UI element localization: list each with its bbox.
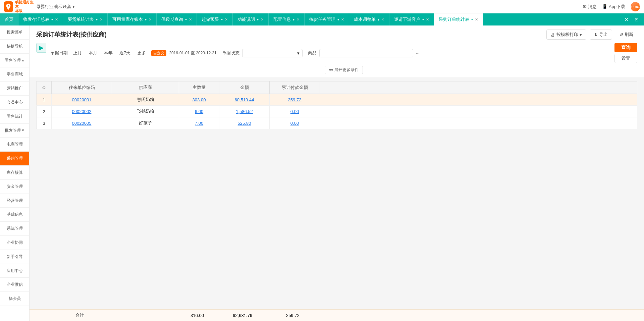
goods-more-icon[interactable]: ··· [416,51,420,56]
row-qty-link[interactable]: 303.00 [193,97,206,102]
tab-arrow-icon: ▾ [145,18,147,21]
tab-close-icon[interactable]: ✕ [261,17,264,22]
message-button[interactable]: ✉ 消息 [583,4,597,10]
sidebar-item-marketing[interactable]: 营销推广 [0,82,29,96]
table-row[interactable]: 3 00020005 好孩子 7.00 525.80 0.00 [37,117,637,129]
sidebar-item-member-center[interactable]: 会员中心 [0,96,29,110]
table-row[interactable]: 1 00020001 惠氏奶粉 303.00 60,519.44 259.72 [37,94,637,106]
sidebar-item-retail-stats[interactable]: 零售统计 [0,110,29,124]
export-button[interactable]: ⬇ 导出 [590,30,612,40]
row-code-link[interactable]: 00020002 [72,109,92,114]
row-paid-link[interactable]: 0.00 [290,121,299,126]
nav-close-button[interactable]: ✕ [622,15,631,24]
tab-close-icon[interactable]: ✕ [341,17,344,22]
row-qty: 303.00 [179,94,219,106]
tab-close-icon[interactable]: ✕ [189,17,192,22]
tab-available-stock[interactable]: 可用量库存账本 ▾ ✕ [108,13,157,25]
sidebar-item-capital-manage[interactable]: 资金管理 [0,180,29,194]
tab-close-icon[interactable]: ✕ [426,17,429,22]
tab-close-icon[interactable]: ✕ [55,17,58,22]
sidebar-item-wholesale-manage[interactable]: 批发管理 ▼ [0,124,29,138]
page-title: 采购订单统计表(按供应商) [36,31,107,39]
tab-collect-pay[interactable]: 收发存汇总表 ▾ ✕ [18,13,63,25]
shortcut-prev-month[interactable]: 上月 [70,49,85,57]
sidebar-item-purchase-manage[interactable]: 采购管理 [0,152,29,166]
settings-button[interactable]: 设置 [614,54,637,63]
sidebar-item-ecommerce[interactable]: 电商管理 [0,138,29,152]
sidebar-label: 资金管理 [1,184,28,190]
shortcut-7-days[interactable]: 近7天 [117,49,133,57]
shortcut-this-year[interactable]: 本年 [101,49,115,57]
nav-expand-button[interactable]: ⊡ [632,15,641,24]
tab-close-icon[interactable]: ✕ [381,17,384,22]
row-actions [320,106,637,117]
row-qty-link[interactable]: 6.00 [195,109,203,114]
tab-stow-task[interactable]: 拣货任务管理 ▾ ✕ [305,13,349,25]
app-download-button[interactable]: 📱 App下载 [602,4,625,10]
row-num: 3 [37,117,52,129]
refresh-button[interactable]: ↺ 刷新 [615,30,637,39]
query-button[interactable]: 查询 [614,43,637,52]
row-paid-link[interactable]: 259.72 [288,97,302,102]
tab-close-icon[interactable]: ✕ [225,17,228,22]
sidebar-item-search[interactable]: 搜索菜单 [0,25,29,40]
row-amount-link[interactable]: 525.80 [238,121,251,126]
tab-overstock[interactable]: 超储预警 ▾ ✕ [197,13,233,25]
sidebar-item-retail-mall[interactable]: 零售商城 [0,67,29,82]
tab-close-icon[interactable]: ✕ [149,17,152,22]
status-select[interactable]: ▾ [242,49,303,57]
tab-warranty[interactable]: 保质期查询 ▾ ✕ [157,13,197,25]
tab-close-icon[interactable]: ✕ [100,17,103,22]
sidebar-item-stock-check[interactable]: 库存核算 [0,166,29,180]
workspace-chevron-icon: ▾ [72,4,75,9]
sidebar-item-operation-manage[interactable]: 经营管理 [0,194,29,208]
row-amount-link[interactable]: 1,586.52 [236,109,253,114]
expand-more-button[interactable]: ▾▾ 展开更多条件 [325,66,363,74]
logo-icon [4,1,13,12]
row-code-link[interactable]: 00020005 [72,121,92,126]
table-row[interactable]: 2 00020002 飞鹤奶粉 6.00 1,586.52 0.00 [37,106,637,117]
tab-cost-adjust[interactable]: 成本调整单 ▾ ✕ [349,13,389,25]
tab-config-info[interactable]: 配置信息 ▾ ✕ [269,13,305,25]
refresh-icon: ↺ [620,32,623,37]
sidebar-label: 会员中心 [1,100,28,105]
shortcut-this-month[interactable]: 本月 [86,49,100,57]
row-paid: 0.00 [270,106,320,117]
tab-close-icon[interactable]: ✕ [475,17,478,22]
row-paid-link[interactable]: 0.00 [290,109,299,114]
row-amount-link[interactable]: 60,519.44 [235,97,254,102]
sidebar-item-new-guide[interactable]: 新手引导 [0,250,29,264]
sidebar-arrow-icon: ▲ [21,58,25,63]
sidebar-item-quick-nav[interactable]: 快捷导航 [0,40,29,54]
column-settings-icon[interactable]: ⚙ [41,84,47,91]
export-icon: ⬇ [594,32,598,37]
sidebar-item-member-vip[interactable]: 畅会员 [0,292,29,306]
date-filter-group: 单据日期 上月 本月 本年 近7天 更多 自定义 2016-01-01 至 20… [50,49,217,57]
row-paid: 0.00 [270,117,320,129]
sidebar-item-system-manage[interactable]: 系统管理 [0,222,29,236]
tab-close-icon[interactable]: ✕ [297,17,300,22]
sidebar-item-app-center[interactable]: 应用中心 [0,264,29,278]
sidebar-item-basic-info[interactable]: 基础信息 [0,208,29,222]
footer-empty-2 [110,312,177,318]
filter-toggle-button[interactable]: ▶ [36,43,46,53]
tab-purchase-summary[interactable]: 采购订单统计表 ▾ ✕ [434,13,483,25]
tab-order-summary[interactable]: 要货单统计表 ▾ ✕ [63,13,108,25]
sidebar-item-enterprise-collab[interactable]: 企业协同 [0,236,29,250]
workspace-selector[interactable]: 母婴行业演示账套 ▾ [34,2,77,11]
shortcut-more[interactable]: 更多 [135,49,149,57]
footer-empty-3 [318,312,637,318]
avatar[interactable]: demo2 [631,2,640,11]
template-print-button[interactable]: 🖨 按模板打印 ▾ [546,30,586,40]
tab-function-desc[interactable]: 功能说明 ▾ ✕ [233,13,269,25]
footer-empty-1 [36,312,50,318]
row-qty-link[interactable]: 7.00 [195,121,203,126]
goods-input[interactable] [319,49,413,57]
sidebar-item-retail-manage[interactable]: 零售管理 ▲ [0,54,29,68]
tab-invite-downstream[interactable]: 邀请下游客户 ▾ ✕ [389,13,434,25]
tab-home[interactable]: 首页 [0,13,18,25]
sidebar-label: 营销推广 [1,86,28,91]
row-code-link[interactable]: 00020001 [72,97,92,102]
sidebar-label: 经营管理 [1,198,28,204]
sidebar-item-enterprise-wechat[interactable]: 企业微信 [0,278,29,292]
